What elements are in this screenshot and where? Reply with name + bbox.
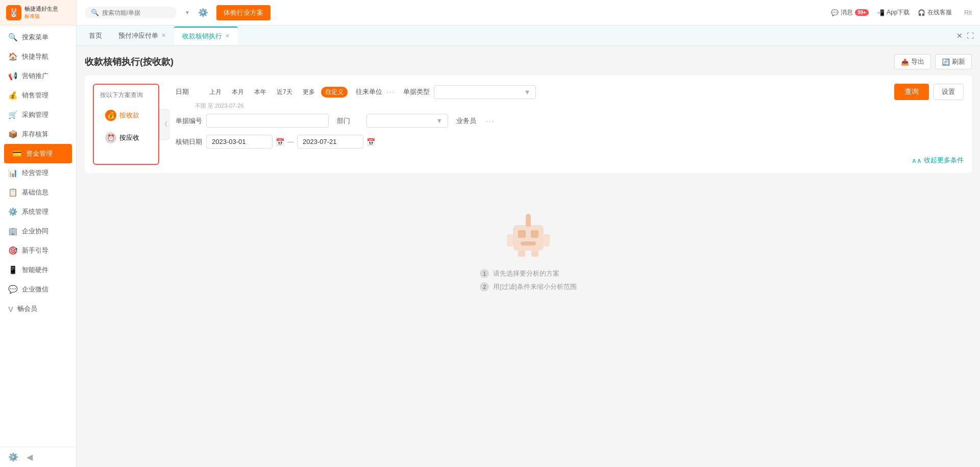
svg-rect-6 (507, 234, 513, 247)
query-row-1: 日期 上月 本月 本年 近7天 更多 自定义 往来单位 ··· (176, 84, 964, 100)
enterprise-icon: 🏢 (8, 227, 18, 236)
topbar-gear-icon[interactable]: ⚙️ (198, 8, 208, 17)
tab-close-all-icon[interactable]: ✕ (957, 32, 963, 40)
refresh-icon: 🔄 (942, 58, 950, 66)
tip-1-num: 1 (480, 269, 489, 278)
sidebar-item-smart-hw[interactable]: 📱智能硬件 (0, 260, 76, 280)
sidebar-label-guide: 新手引导 (22, 246, 48, 255)
tab-home[interactable]: 首页 (81, 27, 110, 44)
empty-tips: 1 请先选择要分析的方案 2 用[过滤]条件来缩小分析范围 (480, 269, 576, 291)
query-option-panel: 按以下方案查询 💰 按收款 ⏰ 按应收 (93, 84, 159, 165)
shortcut-more[interactable]: 更多 (299, 87, 319, 97)
sidebar-item-marketing[interactable]: 📢营销推广 (0, 66, 76, 86)
message-action[interactable]: 💬 消息 99+ (831, 8, 869, 17)
writeoff-start-calendar-icon[interactable]: 📅 (276, 138, 284, 146)
home-icon: 🏠 (8, 52, 18, 61)
query-option-by-collection[interactable]: 💰 按收款 (100, 107, 152, 124)
page-header: 收款核销执行(按收款) 📤 导出 🔄 刷新 (85, 54, 972, 69)
tabbar-actions: ✕ ⛶ (957, 32, 976, 40)
query-area: 按以下方案查询 💰 按收款 ⏰ 按应收 《 日期 (85, 76, 972, 173)
sidebar-item-system[interactable]: ⚙️系统管理 (0, 202, 76, 222)
sidebar-label-system: 系统管理 (22, 207, 48, 216)
counterparty-dots-btn[interactable]: ··· (386, 88, 396, 96)
operations-icon: 📊 (8, 168, 18, 178)
customer-service-action[interactable]: 🎧 在线客服 (918, 8, 952, 17)
tab-expand-icon[interactable]: ⛶ (967, 32, 974, 40)
search-box[interactable]: 🔍 (85, 7, 177, 18)
writeoff-date-field: 核销日期 📅 — 📅 (176, 135, 375, 149)
query-option-by-receivable[interactable]: ⏰ 按应收 (100, 129, 152, 146)
sidebar-item-inventory[interactable]: 📦库存核算 (0, 125, 76, 144)
date-separator: — (287, 138, 294, 145)
tab-home-label: 首页 (89, 31, 102, 40)
query-row-2: 单据编号 部门 ▼ 业务员 ··· (176, 114, 964, 128)
salesperson-field: 业务员 ··· (456, 116, 495, 126)
settings-bottom-icon[interactable]: ⚙️ (8, 452, 18, 462)
collapse-left-panel-btn[interactable]: 《 (159, 109, 169, 140)
dept-field: 部门 ▼ (337, 114, 448, 128)
sidebar-item-weixin[interactable]: 💬企业微信 (0, 280, 76, 299)
tab-prepay-close[interactable]: ✕ (161, 32, 166, 39)
date-field: 日期 上月 本月 本年 近7天 更多 自定义 (176, 87, 348, 97)
refresh-button[interactable]: 🔄 刷新 (935, 54, 972, 69)
sidebar-item-finance[interactable]: 💳资金管理 (4, 144, 72, 163)
solution-button[interactable]: 体验行业方案 (216, 5, 271, 20)
sidebar-label-marketing: 营销推广 (22, 71, 48, 81)
search-dropdown-icon[interactable]: ▼ (185, 10, 190, 15)
sidebar-item-purchase[interactable]: 🛒采购管理 (0, 105, 76, 125)
date-shortcuts: 上月 本月 本年 近7天 更多 自定义 (205, 87, 348, 97)
sidebar-item-sales[interactable]: 💰销售管理 (0, 86, 76, 105)
sidebar-item-quick-nav[interactable]: 🏠快捷导航 (0, 47, 76, 66)
settings-button[interactable]: 设置 (933, 84, 964, 100)
search-input[interactable] (102, 9, 163, 16)
shortcut-this-month[interactable]: 本月 (228, 87, 248, 97)
sidebar-item-operations[interactable]: 📊经营管理 (0, 163, 76, 183)
app-edition: 标准版 (24, 13, 58, 20)
empty-state-illustration (503, 210, 554, 261)
shortcut-last-month[interactable]: 上月 (205, 87, 226, 97)
svg-rect-7 (544, 234, 550, 247)
sidebar-item-basic-info[interactable]: 📋基础信息 (0, 183, 76, 202)
writeoff-date-start-input[interactable] (206, 135, 273, 149)
query-button[interactable]: 查询 (894, 84, 929, 100)
page-content: 收款核销执行(按收款) 📤 导出 🔄 刷新 按以下方案查询 💰 (77, 46, 980, 467)
shortcut-this-year[interactable]: 本年 (250, 87, 271, 97)
writeoff-date-range: 📅 — 📅 (206, 135, 375, 149)
weixin-icon: 💬 (8, 285, 18, 294)
tab-prepay[interactable]: 预付冲应付单 ✕ (110, 27, 174, 44)
user-name[interactable]: Rit (964, 9, 972, 16)
collapse-sidebar-icon[interactable]: ◀ (27, 452, 33, 462)
salesperson-dots-btn[interactable]: ··· (486, 117, 495, 125)
sidebar-item-search[interactable]: 🔍搜索菜单 (0, 28, 76, 47)
shortcut-custom[interactable]: 自定义 (321, 87, 348, 97)
search-icon: 🔍 (8, 33, 18, 42)
shortcut-7days[interactable]: 近7天 (273, 87, 297, 97)
sidebar-item-enterprise[interactable]: 🏢企业协同 (0, 222, 76, 241)
svg-rect-9 (531, 251, 538, 257)
sidebar-label-search: 搜索菜单 (22, 33, 48, 42)
export-button[interactable]: 📤 导出 (894, 54, 931, 69)
collapse-conditions-btn[interactable]: ∧∧ 收起更多条件 (176, 156, 964, 165)
tabbar: 首页 预付冲应付单 ✕ 收款核销执行 ✕ ✕ ⛶ (77, 26, 980, 46)
app-download-action[interactable]: 📲 App下载 (877, 8, 910, 17)
sidebar-item-guide[interactable]: 🎯新手引导 (0, 241, 76, 260)
customer-service-label: 在线客服 (927, 8, 952, 17)
sidebar-label-member: 畅会员 (17, 304, 37, 313)
sidebar-label-weixin: 企业微信 (22, 285, 48, 294)
doc-number-input[interactable] (206, 114, 329, 128)
sidebar-menu: 🔍搜索菜单 🏠快捷导航 📢营销推广 💰销售管理 🛒采购管理 📦库存核算 💳资金管… (0, 26, 76, 447)
sidebar-bottom: ⚙️ ◀ (0, 447, 76, 467)
sidebar-item-member[interactable]: V畅会员 (0, 299, 76, 318)
writeoff-end-calendar-icon[interactable]: 📅 (366, 138, 375, 146)
sidebar: 🐰 畅捷通好生意 标准版 🔍搜索菜单 🏠快捷导航 📢营销推广 💰销售管理 🛒采购… (0, 0, 77, 467)
doc-type-select[interactable]: ▼ (434, 85, 536, 99)
page-title: 收款核销执行(按收款) (85, 56, 174, 68)
dept-select[interactable]: ▼ (366, 114, 448, 128)
main-area: 🔍 ▼ ⚙️ 体验行业方案 💬 消息 99+ 📲 App下载 🎧 在线客服 Ri… (77, 0, 980, 467)
salesperson-label: 业务员 (456, 116, 482, 126)
tab-collection[interactable]: 收款核销执行 ✕ (174, 27, 238, 45)
writeoff-date-end-input[interactable] (297, 135, 363, 149)
sidebar-label-quick-nav: 快捷导航 (22, 52, 48, 61)
sales-icon: 💰 (8, 91, 18, 100)
tab-collection-close[interactable]: ✕ (225, 33, 230, 39)
